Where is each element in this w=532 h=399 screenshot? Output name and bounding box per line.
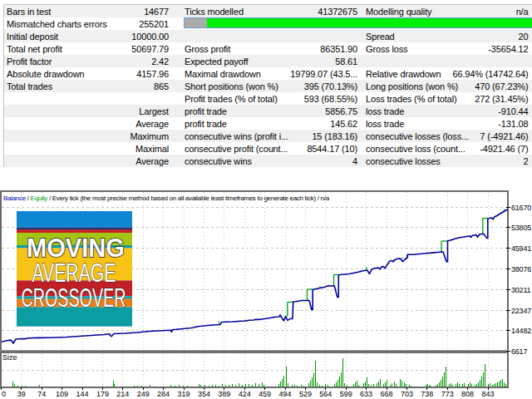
svg-text:30211: 30211 [511, 286, 531, 294]
svg-text:144: 144 [76, 390, 88, 398]
svg-text:284: 284 [157, 390, 170, 398]
svg-text:668: 668 [380, 390, 392, 398]
svg-text:633: 633 [360, 390, 372, 398]
svg-text:61670: 61670 [511, 204, 531, 212]
svg-text:808: 808 [461, 390, 474, 398]
svg-text:214: 214 [116, 390, 129, 398]
svg-text:74: 74 [37, 390, 46, 398]
svg-text:424: 424 [239, 390, 251, 398]
svg-text:389: 389 [218, 390, 230, 398]
svg-text:564: 564 [319, 390, 332, 398]
svg-text:22347: 22347 [511, 307, 531, 315]
svg-text:354: 354 [198, 390, 210, 398]
svg-text:53805: 53805 [511, 224, 531, 232]
svg-text:38076: 38076 [511, 265, 531, 273]
svg-text:109: 109 [56, 390, 68, 398]
svg-text:529: 529 [299, 390, 312, 398]
svg-text:494: 494 [278, 390, 291, 398]
svg-text:Size: Size [2, 353, 17, 362]
svg-text:773: 773 [441, 390, 454, 398]
svg-text:459: 459 [259, 390, 271, 398]
svg-text:599: 599 [340, 390, 352, 398]
svg-text:0: 0 [2, 390, 6, 398]
svg-text:319: 319 [177, 390, 190, 398]
svg-text:843: 843 [481, 390, 494, 398]
svg-text:45941: 45941 [511, 244, 531, 253]
svg-text:738: 738 [421, 390, 433, 398]
svg-text:Balance / Equity / Every tick: Balance / Equity / Every tick (the most … [3, 195, 330, 202]
svg-text:CROSSOVER: CROSSOVER [22, 283, 126, 313]
svg-text:249: 249 [137, 390, 150, 398]
svg-text:179: 179 [96, 390, 109, 398]
svg-text:6617: 6617 [511, 347, 527, 356]
svg-text:703: 703 [401, 390, 413, 398]
svg-text:14482: 14482 [511, 327, 531, 335]
svg-text:39: 39 [17, 390, 26, 398]
